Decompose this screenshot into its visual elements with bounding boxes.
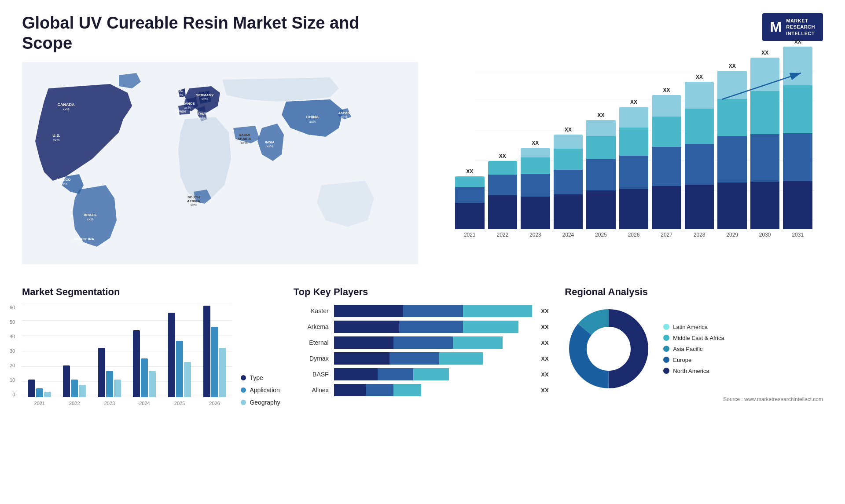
svg-text:xx%: xx% xyxy=(184,106,191,110)
world-map: CANADA xx% U.S. xx% MEXICO xx% BRAZIL xx… xyxy=(22,62,418,264)
bar-group-2025: XX 2025 xyxy=(586,112,616,238)
donut-chart xyxy=(565,305,653,393)
seg-app-bar xyxy=(36,388,43,397)
seg-type-bar xyxy=(203,306,210,397)
seg-geo-bar xyxy=(219,348,226,397)
svg-text:ARABIA: ARABIA xyxy=(237,137,251,141)
svg-text:CANADA: CANADA xyxy=(58,102,75,107)
bar-stack-2026 xyxy=(619,107,649,229)
segmentation-panel: Market Segmentation 60 50 40 30 20 10 0 xyxy=(22,286,280,406)
bar-stack-2025 xyxy=(586,120,616,229)
basf-bar xyxy=(334,368,533,380)
seg-app-bar xyxy=(141,358,148,397)
logo-letter: M xyxy=(770,19,782,35)
segmentation-title: Market Segmentation xyxy=(22,286,280,298)
middle-east-dot xyxy=(663,335,669,341)
player-row-eternal: Eternal XX xyxy=(294,336,552,349)
legend-type: Type xyxy=(241,374,280,381)
svg-text:xx%: xx% xyxy=(201,97,208,101)
seg-group-2023 xyxy=(98,348,121,397)
svg-text:xx%: xx% xyxy=(176,93,183,97)
svg-text:xx%: xx% xyxy=(190,203,197,207)
seg-app-bar xyxy=(71,380,78,397)
svg-text:SAUDI: SAUDI xyxy=(239,133,250,137)
svg-text:AFRICA: AFRICA xyxy=(187,199,200,203)
player-row-basf: BASF XX xyxy=(294,368,552,380)
key-players-panel: Top Key Players Kaster XX Arkema xyxy=(294,286,552,406)
legend-geography: Geography xyxy=(241,399,280,406)
seg-y-axis: 60 50 40 30 20 10 0 xyxy=(10,305,15,397)
svg-text:FRANCE: FRANCE xyxy=(180,102,195,106)
latin-america-dot xyxy=(663,324,669,330)
bar-group-2022: XX 2022 xyxy=(488,153,518,238)
dymax-bar xyxy=(334,352,533,365)
seg-app-bar xyxy=(106,371,113,397)
bar-stack-2028 xyxy=(685,82,714,229)
growth-chart-section: XX 2021 XX 2022 xyxy=(427,62,823,273)
svg-text:xx%: xx% xyxy=(62,107,69,111)
segmentation-chart-area: 60 50 40 30 20 10 0 xyxy=(22,305,280,406)
bar-group-2026: XX 2026 xyxy=(619,99,649,238)
svg-text:INDIA: INDIA xyxy=(265,140,275,144)
bar-stack-2024 xyxy=(554,135,583,229)
svg-text:U.S.: U.S. xyxy=(52,133,60,138)
legend-asia-pacific: Asia Pacific xyxy=(663,346,724,352)
arkema-bar xyxy=(334,321,533,333)
seg-group-2021 xyxy=(28,380,51,397)
bar-stack-2022 xyxy=(488,161,518,229)
main-grid: CANADA xx% U.S. xx% MEXICO xx% BRAZIL xx… xyxy=(22,62,823,282)
svg-text:xx%: xx% xyxy=(241,141,247,145)
legend-europe: Europe xyxy=(663,357,724,363)
svg-text:ARGENTINA: ARGENTINA xyxy=(73,237,94,241)
europe-dot xyxy=(663,357,669,363)
svg-text:xx%: xx% xyxy=(87,217,93,221)
asia-pacific-dot xyxy=(663,346,669,352)
bar-group-2031: XX 2031 xyxy=(783,39,812,238)
logo-box: M MARKET RESEARCH INTELLECT xyxy=(762,13,823,41)
logo-text: MARKET RESEARCH INTELLECT xyxy=(786,18,815,37)
regional-legend: Latin America Middle East & Africa Asia … xyxy=(663,324,724,374)
seg-group-2022 xyxy=(63,365,86,397)
svg-text:xx%: xx% xyxy=(53,138,59,142)
seg-app-bar xyxy=(176,341,183,397)
eternal-bar xyxy=(334,336,533,349)
player-row-kaster: Kaster XX xyxy=(294,305,552,317)
seg-legend: Type Application Geography xyxy=(241,374,280,406)
key-players-title: Top Key Players xyxy=(294,286,552,298)
svg-text:xx%: xx% xyxy=(198,116,205,120)
kaster-bar xyxy=(334,305,533,317)
seg-type-bar xyxy=(63,365,70,397)
bar-group-2027: XX 2027 xyxy=(652,87,681,238)
bar-stack-2023 xyxy=(521,148,550,229)
svg-text:SOUTH: SOUTH xyxy=(187,195,200,199)
player-row-allnex: Allnex XX xyxy=(294,384,552,396)
legend-north-america: North America xyxy=(663,368,724,374)
seg-geo-bar xyxy=(44,392,51,397)
svg-text:xx%: xx% xyxy=(341,115,347,119)
bar-group-2021: XX 2021 xyxy=(455,168,485,238)
svg-text:xx%: xx% xyxy=(80,241,87,245)
seg-group-2024 xyxy=(133,330,156,397)
legend-middle-east-africa: Middle East & Africa xyxy=(663,335,724,341)
seg-type-bar xyxy=(133,330,140,397)
seg-type-bar xyxy=(28,380,35,397)
page-title: Global UV Cureable Resin Market Size and… xyxy=(22,13,374,53)
source-text: Source : www.marketresearchintellect.com xyxy=(565,396,823,402)
svg-text:GERMANY: GERMANY xyxy=(196,93,214,97)
seg-geo-bar xyxy=(79,385,86,397)
svg-text:SPAIN: SPAIN xyxy=(175,110,186,113)
bottom-grid: Market Segmentation 60 50 40 30 20 10 0 xyxy=(22,286,823,406)
donut-area: Latin America Middle East & Africa Asia … xyxy=(565,305,823,393)
seg-app-bar xyxy=(211,327,218,397)
page-header: Global UV Cureable Resin Market Size and… xyxy=(22,13,823,53)
north-america-dot xyxy=(663,368,669,374)
svg-text:U.K.: U.K. xyxy=(176,89,183,93)
bar-group-2023: XX 2023 xyxy=(521,140,550,238)
map-section: CANADA xx% U.S. xx% MEXICO xx% BRAZIL xx… xyxy=(22,62,418,273)
seg-type-bar xyxy=(168,313,175,397)
svg-text:ITALY: ITALY xyxy=(197,112,206,116)
legend-latin-america: Latin America xyxy=(663,324,724,330)
svg-text:xx%: xx% xyxy=(266,144,273,148)
seg-geo-bar xyxy=(184,362,191,397)
svg-text:xx%: xx% xyxy=(177,113,184,117)
